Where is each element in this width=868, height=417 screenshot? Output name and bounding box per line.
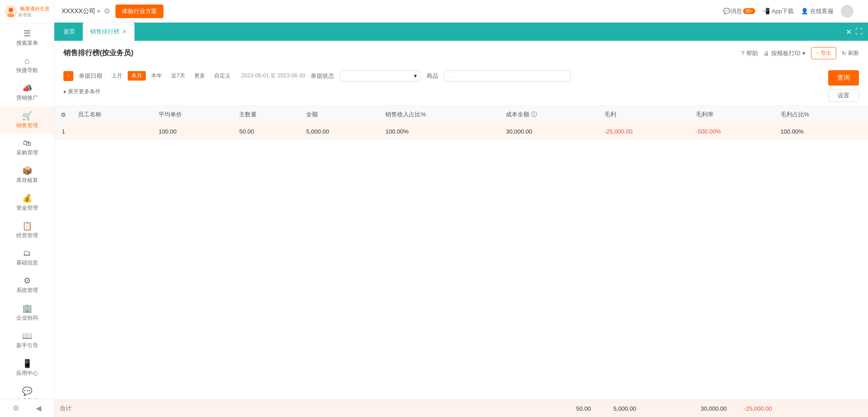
sidebar-bottom: ⚙ ◀ [0, 399, 54, 417]
message-icon: 💬 [723, 8, 730, 14]
app-subtitle: 标准版 [18, 12, 50, 18]
sidebar-item-apps[interactable]: 📱 应用中心 [0, 354, 54, 382]
sidebar-item-sales[interactable]: 🛒 销售管理 [0, 106, 54, 134]
col-gross-pct: 毛利占比% [775, 106, 868, 124]
goods-filter-label: 商品 [427, 72, 438, 80]
sidebar-item-label: 基础信息 [16, 259, 38, 267]
status-filter-label: 单据状态 [311, 72, 334, 80]
basic-icon: 🗂 [23, 249, 31, 258]
tabbar-expand-icon[interactable]: ⛶ [855, 28, 863, 36]
status-dropdown-icon: ▾ [414, 72, 417, 79]
expand-more-label: 展开更多条件 [68, 88, 101, 96]
logo-icon [4, 5, 18, 19]
date-tab-current[interactable]: 本月 [128, 71, 146, 81]
tab-close-icon[interactable]: ✕ [122, 29, 127, 35]
topbar-gear-icon[interactable]: ⚙ [104, 7, 110, 15]
expand-more-btn[interactable]: ▾ 展开更多条件 [63, 85, 821, 98]
sidebar-item-marketing[interactable]: 📣 营销推广 [0, 79, 54, 106]
col-gross: 毛利 [599, 106, 691, 124]
sidebar-item-guide[interactable]: 📖 新手引导 [0, 326, 54, 354]
cell-rank: 1 [54, 124, 72, 140]
export-icon: ↑ [816, 50, 819, 57]
apps-icon: 📱 [22, 359, 32, 369]
company-selector[interactable]: XXXXX公司 ▾ [62, 7, 100, 15]
date-tab-custom[interactable]: 自定义 [211, 71, 234, 81]
guide-icon: 📖 [22, 331, 32, 341]
footer-cost: 30,000.00 [681, 405, 727, 412]
date-tab-7days[interactable]: 近7天 [168, 71, 189, 81]
system-icon: ⚙ [24, 276, 31, 286]
col-qty: 主数量 [234, 106, 301, 124]
app-download-btn[interactable]: 📲 App下载 [762, 7, 794, 15]
finance-icon: 💰 [22, 193, 32, 203]
date-filter-label: 单据日期 [79, 72, 102, 80]
page-title: 销售排行榜(按业务员) [63, 48, 134, 58]
table-footer: 合计 50.00 5,000.00 30,000.00 -25,000.00 [54, 399, 868, 417]
message-btn[interactable]: 💬 消息 99+ [723, 7, 755, 15]
inventory-icon: 📦 [22, 166, 32, 176]
service-icon: 👤 [801, 8, 808, 14]
sidebar-item-enterprise[interactable]: 🏢 企业协同 [0, 299, 54, 326]
sidebar-item-system[interactable]: ⚙ 系统管理 [0, 271, 54, 299]
cell-gross-rate: -500.00% [691, 124, 775, 140]
sidebar-item-wechat[interactable]: 💬 企业微信 [0, 382, 54, 399]
tabbar-close-icon[interactable]: ✕ [846, 28, 852, 36]
search-menu-icon: ☰ [24, 29, 31, 38]
filter-toggle-icon: › [67, 73, 69, 79]
sidebar-item-quick-nav[interactable]: ⌂ 快捷导航 [0, 52, 54, 79]
marketing-icon: 📣 [22, 83, 32, 93]
col-amount: 全额 [301, 106, 380, 124]
tab-home-label: 首页 [63, 28, 75, 36]
filter-toggle-btn[interactable]: › [63, 71, 73, 81]
sidebar-item-inventory[interactable]: 📦 库存核算 [0, 161, 54, 189]
cell-cost: 30,000.00 [500, 124, 599, 140]
sidebar-item-label: 库存核算 [16, 177, 38, 184]
sidebar-item-label: 系统管理 [16, 287, 38, 294]
sidebar-item-label: 资金管理 [16, 204, 38, 212]
sidebar-item-finance[interactable]: 💰 资金管理 [0, 189, 54, 216]
col-avg-price: 平均单价 [153, 106, 234, 124]
sales-rank-table: ⚙ 员工名称 平均单价 主数量 全额 销售收入占比% 成本全额 ⓘ 毛利 毛利率… [54, 106, 868, 140]
sidebar-item-label: 搜索菜单 [16, 39, 38, 47]
date-tabs: 上月 本月 本年 近7天 更多 自定义 [108, 71, 234, 81]
sidebar-item-search[interactable]: ☰ 搜索菜单 [0, 24, 54, 52]
footer-gross: -25,000.00 [727, 405, 772, 412]
status-select[interactable]: ▾ [340, 70, 421, 81]
setting-btn[interactable]: 设置 [828, 89, 859, 102]
industry-btn[interactable]: 体验行业方案 [115, 5, 163, 18]
help-btn[interactable]: ? 帮助 [741, 49, 758, 58]
export-label: 导出 [820, 49, 831, 57]
company-name: XXXXX公司 [62, 7, 96, 15]
sidebar-settings-icon[interactable]: ⚙ [13, 404, 19, 412]
refresh-icon: ↻ [842, 50, 846, 57]
sidebar-collapse-icon[interactable]: ◀ [36, 404, 41, 412]
refresh-btn[interactable]: ↻ 刷新 [842, 49, 859, 57]
date-tab-year[interactable]: 本年 [148, 71, 166, 81]
enterprise-icon: 🏢 [22, 303, 32, 313]
page-actions: ? 帮助 🖨 按模板打印 ▾ ↑ 导出 ↻ 刷新 [741, 47, 859, 59]
export-btn[interactable]: ↑ 导出 [811, 47, 836, 59]
tab-sales-rank[interactable]: 销售排行榜 ✕ [83, 23, 134, 41]
table-header-row: ⚙ 员工名称 平均单价 主数量 全额 销售收入占比% 成本全额 ⓘ 毛利 毛利率… [54, 106, 868, 124]
tab-sales-rank-label: 销售排行榜 [90, 28, 120, 36]
app-name: 畅康通好生意 [20, 5, 50, 12]
message-badge: 99+ [743, 8, 755, 14]
print-btn[interactable]: 🖨 按模板打印 ▾ [763, 49, 806, 58]
avatar[interactable] [841, 5, 854, 18]
date-tab-prev[interactable]: 上月 [108, 71, 126, 81]
sidebar-item-business[interactable]: 📋 经营管理 [0, 216, 54, 244]
goods-input[interactable]: ... [444, 70, 571, 81]
online-service-btn[interactable]: 👤 在线客服 [801, 7, 834, 15]
sidebar-item-label: 采购管理 [16, 149, 38, 157]
date-tab-more[interactable]: 更多 [191, 71, 209, 81]
tab-home[interactable]: 首页 [56, 23, 83, 41]
sidebar-item-label: 经营管理 [16, 232, 38, 240]
query-btn[interactable]: 查询 [828, 70, 859, 86]
sidebar-item-basic[interactable]: 🗂 基础信息 [0, 244, 54, 271]
sidebar-item-purchase[interactable]: 🛍 采购管理 [0, 134, 54, 161]
sidebar-item-label: 快捷导航 [16, 67, 38, 74]
sidebar-nav: ☰ 搜索菜单 ⌂ 快捷导航 📣 营销推广 🛒 销售管理 🛍 采购管理 📦 库存核… [0, 24, 54, 399]
purchase-icon: 🛍 [23, 139, 31, 148]
online-service-label: 在线客服 [810, 7, 834, 15]
col-cost: 成本全额 ⓘ [500, 106, 599, 124]
